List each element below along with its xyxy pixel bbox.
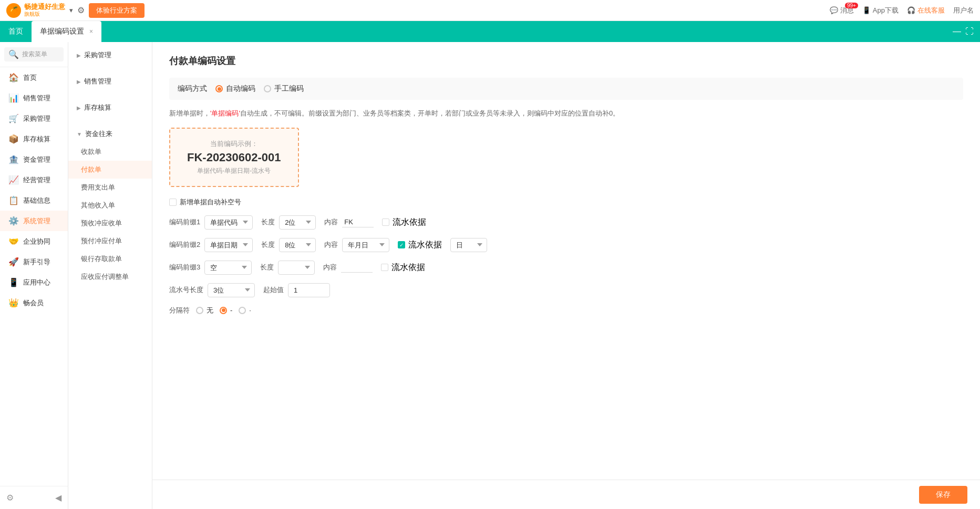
sidebar-search[interactable]: 🔍 搜索菜单 [0,42,68,67]
preview-box: 当前编码示例： FK-20230602-001 单据代码-单据日期-流水号 [169,128,299,187]
submenu-item-prepay-payable[interactable]: 预付冲应付单 [68,232,152,250]
submenu-item-other-income[interactable]: 其他收入单 [68,196,152,214]
field-serial-length: 流水号长度 3位 [169,283,255,297]
sep-dot-radio[interactable]: · [239,306,251,314]
submenu-label-inventory: 库存核算 [84,103,111,112]
minimize-button[interactable]: — [953,27,961,36]
sep-dash-radio[interactable]: - [220,306,232,314]
length3-label: 长度 [260,263,274,272]
collapse-icon[interactable]: ◀ [55,493,61,503]
flow3-checkbox-row[interactable]: 流水依据 [381,262,425,273]
sidebar-item-guide[interactable]: 🚀 新手引导 [0,252,68,272]
topbar-dropdown[interactable]: ▾ [69,6,73,14]
submenu-item-bank[interactable]: 银行存取款单 [68,250,152,268]
auto-encode-radio[interactable]: 自动编码 [215,84,255,94]
sidebar-item-basic[interactable]: 📋 基础信息 [0,190,68,211]
prefix3-select[interactable]: 空 [204,261,252,275]
dropdown-arrow: ▾ [69,6,73,14]
topbar-right: 💬 消息 99+ 📱 App下载 🎧 在线客服 用户名 [830,6,974,15]
logo-icon: 🍊 [6,3,21,18]
submenu-item-expense[interactable]: 费用支出单 [68,179,152,196]
flow1-checkbox-row[interactable]: 流水依据 [382,217,426,228]
start-value-input[interactable] [288,283,330,297]
settings-icon[interactable]: ⚙ [77,5,85,15]
sidebar-item-appcenter[interactable]: 📱 应用中心 [0,272,68,293]
flow3-label: 流水依据 [391,262,425,273]
content3-label: 内容 [323,263,337,272]
settings-bottom-icon[interactable]: ⚙ [6,493,14,503]
info-text-highlight: '单据编码' [210,109,240,117]
flow2-unit-select[interactable]: 日 [450,238,487,252]
search-input-wrapper[interactable]: 🔍 搜索菜单 [4,47,64,61]
inventory-icon: 📦 [8,134,19,144]
flow2-checkbox-row[interactable]: ✓ 流水依据 [398,240,442,251]
sidebar-item-inventory[interactable]: 📦 库存核算 [0,129,68,149]
length2-label: 长度 [261,240,275,250]
sidebar-item-label-member: 畅会员 [23,298,44,308]
field-length1: 长度 2位 [261,215,316,230]
manual-encode-radio[interactable]: 手工编码 [264,84,304,94]
flow3-checkbox[interactable] [381,264,388,271]
sep-dot-radio-circle [239,307,246,314]
sidebar-item-operations[interactable]: 📈 经营管理 [0,170,68,190]
manual-encode-radio-circle [264,85,271,92]
user-info[interactable]: 用户名 [953,6,974,15]
encoding-radio-group: 自动编码 手工编码 [215,84,304,94]
length2-select[interactable]: 8位 [279,238,316,252]
save-button[interactable]: 保存 [919,486,967,504]
auto-encode-radio-circle [215,85,223,92]
preview-label: 当前编码示例： [187,139,281,149]
sep-none-radio-circle [196,307,203,314]
online-service-button[interactable]: 🎧 在线客服 [907,6,945,15]
submenu-item-receipt[interactable]: 收款单 [68,143,152,161]
sidebar-item-home[interactable]: 🏠 首页 [0,67,68,88]
tab-encoding[interactable]: 单据编码设置 × [32,21,101,42]
flow1-label: 流水依据 [393,217,426,228]
content1-input[interactable] [342,217,374,227]
maximize-button[interactable]: ⛶ [965,27,974,36]
chevron-right-icon-inventory: ▶ [77,105,81,111]
tab-home[interactable]: 首页 [0,21,32,42]
flow2-checkbox[interactable]: ✓ [398,241,405,248]
promo-button[interactable]: 体验行业方案 [89,3,145,18]
flow1-checkbox[interactable] [382,219,389,226]
enterprise-icon: 🤝 [8,236,19,246]
submenu-header-inventory[interactable]: ▶ 库存核算 [68,99,152,117]
auto-fill-checkbox[interactable] [169,199,177,206]
message-badge: 99+ [845,3,858,8]
sep-none-radio[interactable]: 无 [196,306,213,315]
tab-close-icon[interactable]: × [89,28,93,35]
submenu-header-purchase[interactable]: ▶ 采购管理 [68,46,152,64]
submenu-item-prepay-receivable[interactable]: 预收冲应收单 [68,214,152,232]
submenu-header-finance[interactable]: ▼ 资金往来 [68,125,152,143]
chevron-right-icon: ▶ [77,53,81,58]
auto-fill-checkbox-row[interactable]: 新增单据自动补空号 [169,198,963,207]
content2-select[interactable]: 年月日 [342,238,389,252]
system-icon: ⚙️ [8,216,19,226]
prefix2-select[interactable]: 单据日期 [204,238,253,252]
prefix1-select[interactable]: 单据代码 [204,215,253,230]
content3-input[interactable] [341,262,373,273]
sidebar-item-purchase[interactable]: 🛒 采购管理 [0,108,68,129]
sidebar-item-sales[interactable]: 📊 销售管理 [0,88,68,108]
submenu-item-payment[interactable]: 付款单 [68,161,152,179]
home-icon: 🏠 [8,72,19,82]
form-row-prefix1: 编码前缀1 单据代码 长度 2位 内容 [169,215,963,230]
app-download-button[interactable]: 📱 App下载 [862,6,899,15]
message-button[interactable]: 💬 消息 99+ [830,6,854,15]
submenu-label-purchase: 采购管理 [84,50,111,60]
serial-length-select[interactable]: 3位 [208,283,255,297]
length3-select[interactable] [278,261,315,275]
field-content1: 内容 [324,217,374,227]
sidebar-item-finance[interactable]: 🏦 资金管理 [0,149,68,170]
submenu-header-sales[interactable]: ▶ 销售管理 [68,72,152,90]
sidebar-item-member[interactable]: 👑 畅会员 [0,293,68,313]
sidebar-item-system[interactable]: ⚙️ 系统管理 [0,211,68,231]
submenu-item-adjustment[interactable]: 应收应付调整单 [68,268,152,286]
sidebar-bottom: ⚙ ◀ [0,486,68,509]
length1-select[interactable]: 2位 [279,215,316,230]
sidebar-item-enterprise[interactable]: 🤝 企业协同 [0,231,68,252]
finance-icon: 🏦 [8,154,19,164]
search-icon: 🔍 [8,49,19,59]
guide-icon: 🚀 [8,257,19,267]
